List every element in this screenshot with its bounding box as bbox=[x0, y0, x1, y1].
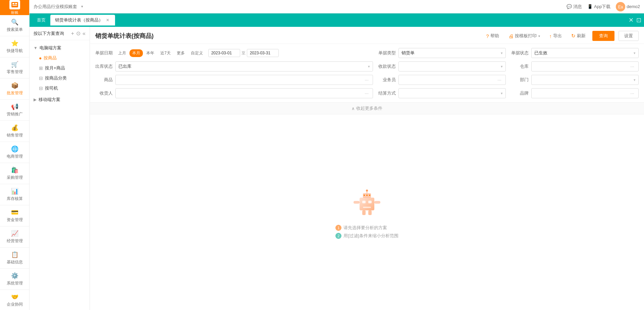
template-print-dropdown-icon: ▾ bbox=[538, 34, 540, 38]
template-print-btn[interactable]: 🖨 按模板打印 ▾ bbox=[506, 32, 543, 40]
warehouse-ellipsis-btn[interactable]: ··· bbox=[629, 64, 636, 69]
sidebar-item-system[interactable]: ⚙️ 系统管理 bbox=[0, 269, 29, 290]
app-logo[interactable]: 标账 bbox=[0, 0, 30, 15]
tab-report[interactable]: 销货单统计表（按商品） ✕ bbox=[50, 15, 115, 25]
filter-add-btn[interactable]: + bbox=[71, 31, 74, 37]
doc-type-field: 单据类型 销货单 ▾ bbox=[378, 48, 506, 58]
user-profile[interactable]: Ea demo2 bbox=[616, 2, 640, 11]
sidebar-item-search-menu[interactable]: 🔍 搜索菜单 bbox=[0, 15, 29, 36]
warehouse-status-value: 已出库 bbox=[118, 63, 367, 69]
svg-text:Ea: Ea bbox=[618, 5, 623, 9]
query-btn[interactable]: 查询 bbox=[592, 31, 614, 41]
sidebar-item-operations[interactable]: 📈 经营管理 bbox=[0, 226, 29, 248]
consignee-control[interactable]: ··· bbox=[115, 88, 373, 98]
refresh-btn[interactable]: ↻ 刷新 bbox=[569, 32, 588, 40]
sidebar-item-marketing[interactable]: 📢 营销推广 bbox=[0, 100, 29, 121]
consignee-ellipsis-btn[interactable]: ··· bbox=[363, 91, 370, 96]
sidebar-item-inventory[interactable]: 📊 库存核算 bbox=[0, 184, 29, 205]
filter-header: 按以下方案查询 + ⊙ « bbox=[30, 27, 90, 40]
collapse-row[interactable]: ∧ 收起更多条件 bbox=[90, 103, 644, 114]
filter-item-by-product[interactable]: ● 按商品 bbox=[35, 53, 90, 63]
doc-type-control[interactable]: 销货单 ▾ bbox=[398, 48, 506, 58]
sidebar-item-purchase[interactable]: 🛍️ 采购管理 bbox=[0, 163, 29, 184]
sidebar-item-wholesale[interactable]: 📦 批发管理 bbox=[0, 79, 29, 100]
breadcrumb-dropdown-icon[interactable]: ▾ bbox=[81, 4, 83, 9]
sidebar-label-wholesale: 批发管理 bbox=[7, 90, 23, 96]
sidebar-item-sales[interactable]: 💰 销售管理 bbox=[0, 121, 29, 142]
brand-control[interactable]: ··· bbox=[531, 88, 639, 98]
by-month-product-icon: ⊞ bbox=[39, 65, 43, 71]
doc-status-dropdown-icon: ▾ bbox=[634, 51, 636, 55]
filter-item-by-printer[interactable]: ⊟ 按司机 bbox=[35, 83, 90, 93]
svg-rect-7 bbox=[362, 201, 366, 203]
quick-nav-icon: ⭐ bbox=[11, 40, 18, 47]
svg-rect-1 bbox=[12, 3, 14, 4]
date-tab-7days[interactable]: 近7天 bbox=[158, 49, 173, 57]
sidebar: 标账 🔍 搜索菜单 ⭐ 快捷导航 🛒 零售管理 📦 批发管理 📢 营销推广 💰 … bbox=[0, 0, 30, 310]
product-control[interactable]: ··· bbox=[115, 75, 373, 85]
product-ellipsis-btn[interactable]: ··· bbox=[363, 77, 370, 83]
settlement-control[interactable]: ▾ bbox=[398, 88, 506, 98]
settings-btn[interactable]: 设置 bbox=[619, 31, 639, 41]
filter-collapse-btn[interactable]: « bbox=[83, 31, 86, 37]
filter-section-mobile[interactable]: ▶ 移动端方案 bbox=[30, 95, 90, 105]
settlement-field: 结算方式 ▾ bbox=[378, 88, 506, 98]
tab-close-btn[interactable]: ✕ bbox=[105, 17, 110, 23]
warehouse-label: 仓库 bbox=[511, 63, 531, 69]
doc-status-control[interactable]: 已生效 ▾ bbox=[531, 48, 639, 58]
date-tab-curr-year[interactable]: 本年 bbox=[144, 49, 157, 57]
export-label: 导出 bbox=[553, 33, 562, 39]
sidebar-item-enterprise[interactable]: 🤝 企业协同 bbox=[0, 290, 29, 310]
sales-icon: 💰 bbox=[11, 124, 18, 132]
sidebar-item-ecommerce[interactable]: 🌐 电商管理 bbox=[0, 142, 29, 163]
sidebar-label-marketing: 营销推广 bbox=[7, 111, 23, 117]
date-tab-custom[interactable]: 自定义 bbox=[188, 49, 206, 57]
date-tab-prev-month[interactable]: 上月 bbox=[115, 49, 129, 57]
date-to-input[interactable] bbox=[247, 49, 279, 57]
filter-panel-title: 按以下方案查询 bbox=[34, 31, 64, 37]
doc-status-label: 单据状态 bbox=[511, 50, 531, 56]
date-tab-curr-month[interactable]: 本月 bbox=[129, 49, 143, 57]
purchase-icon: 🛍️ bbox=[11, 166, 18, 174]
sidebar-label-basic: 基础信息 bbox=[7, 259, 23, 265]
salesperson-control[interactable]: ··· bbox=[398, 75, 506, 85]
brand-label: 品牌 bbox=[511, 90, 531, 96]
app-download-label: App下载 bbox=[594, 4, 610, 10]
sidebar-item-quick-nav[interactable]: ⭐ 快捷导航 bbox=[0, 36, 29, 57]
help-btn[interactable]: ? 帮助 bbox=[483, 32, 501, 40]
sidebar-label-inventory: 库存核算 bbox=[7, 196, 23, 202]
tab-close-window-btn[interactable]: ✕ bbox=[629, 16, 634, 24]
export-btn[interactable]: ↑ 导出 bbox=[547, 32, 565, 40]
empty-tip-2: 2 用[过滤]条件来缩小分析范围 bbox=[335, 233, 398, 239]
filter-item-by-month-product[interactable]: ⊞ 按月+商品 bbox=[35, 63, 90, 73]
department-dropdown-icon: ▾ bbox=[634, 78, 636, 82]
filter-section-desktop[interactable]: ▼ 电脑端方案 bbox=[30, 43, 90, 53]
tab-home[interactable]: 首页 bbox=[32, 15, 50, 25]
app-download-action[interactable]: 📱 App下载 bbox=[587, 4, 610, 10]
svg-rect-18 bbox=[362, 210, 366, 215]
sidebar-item-finance[interactable]: 💳 资金管理 bbox=[0, 205, 29, 226]
message-action[interactable]: 💬 消息 bbox=[567, 4, 582, 10]
filter-settings-btn[interactable]: ⊙ bbox=[76, 30, 80, 37]
warehouse-status-control[interactable]: 已出库 ▾ bbox=[115, 61, 373, 71]
tab-restore-btn[interactable]: ⊡ bbox=[636, 16, 641, 24]
date-from-input[interactable] bbox=[208, 49, 240, 57]
department-control[interactable]: ▾ bbox=[531, 75, 639, 85]
search-form: 单据日期 上月 本月 本年 近7天 更多 自定义 bbox=[90, 44, 644, 103]
salesperson-ellipsis-btn[interactable]: ··· bbox=[496, 77, 503, 83]
date-separator: 至 bbox=[241, 50, 246, 56]
brand-ellipsis-btn[interactable]: ··· bbox=[629, 91, 636, 96]
department-label: 部门 bbox=[511, 77, 531, 83]
filter-item-by-category[interactable]: ⊟ 按商品分类 bbox=[35, 73, 90, 83]
date-range-inputs: 至 bbox=[208, 49, 279, 57]
export-icon: ↑ bbox=[549, 33, 552, 39]
sidebar-label-search-menu: 搜索菜单 bbox=[7, 27, 23, 33]
sidebar-item-retail[interactable]: 🛒 零售管理 bbox=[0, 57, 29, 79]
sidebar-item-basic[interactable]: 📋 基础信息 bbox=[0, 248, 29, 269]
tip1-text: 请先选择要分析的方案 bbox=[343, 225, 387, 231]
empty-illustration bbox=[350, 186, 384, 219]
help-label: 帮助 bbox=[490, 33, 499, 39]
payment-status-control[interactable]: ▾ bbox=[398, 61, 506, 71]
warehouse-control[interactable]: ··· bbox=[531, 61, 639, 71]
date-tab-more[interactable]: 更多 bbox=[174, 49, 187, 57]
